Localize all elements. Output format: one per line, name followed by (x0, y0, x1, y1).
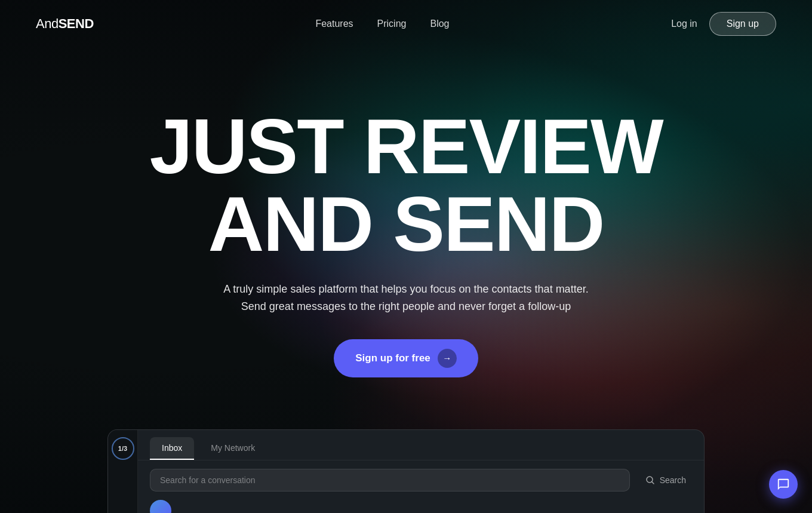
app-main: Inbox My Network Search for a conversati… (138, 430, 704, 513)
chat-support-button[interactable] (769, 470, 798, 499)
nav-right: Log in Sign up (671, 12, 776, 36)
app-preview: 1/3 Inbox My Network Search for a conver… (107, 429, 705, 513)
chat-icon (777, 478, 790, 491)
app-sidebar: 1/3 (108, 430, 138, 513)
nav-center: Features Pricing Blog (315, 19, 449, 29)
cta-label: Sign up for free (355, 352, 430, 364)
app-content-row: Search for a conversation Search (138, 460, 704, 500)
svg-line-1 (652, 482, 654, 484)
hero-title-line1: JUST REVIEW (149, 103, 662, 190)
app-tab-network[interactable]: My Network (199, 437, 267, 460)
logo-send: SEND (59, 16, 94, 31)
cta-arrow-icon: → (438, 349, 457, 368)
app-search-action[interactable]: Search (639, 475, 692, 485)
nav-link-features[interactable]: Features (315, 19, 353, 29)
app-tabs: Inbox My Network (138, 430, 704, 460)
app-tab-inbox[interactable]: Inbox (150, 437, 194, 460)
nav-link-pricing[interactable]: Pricing (377, 19, 407, 29)
app-search-bar[interactable]: Search for a conversation (150, 469, 630, 492)
avatar (150, 500, 171, 513)
search-action-label: Search (660, 475, 686, 485)
hero-title: JUST REVIEW AND SEND (149, 107, 662, 263)
app-search-placeholder: Search for a conversation (160, 475, 256, 485)
cta-button[interactable]: Sign up for free → (334, 339, 478, 377)
navbar: AndSEND Features Pricing Blog Log in Sig… (0, 0, 812, 48)
app-counter: 1/3 (112, 437, 134, 460)
hero-subtitle: A truly simple sales platform that helps… (223, 281, 588, 315)
login-button[interactable]: Log in (671, 19, 697, 29)
hero-section: JUST REVIEW AND SEND A truly simple sale… (0, 48, 812, 377)
signup-button[interactable]: Sign up (709, 12, 776, 36)
logo[interactable]: AndSEND (36, 16, 94, 32)
app-avatar-row (138, 500, 704, 513)
hero-subtitle-line2: Send great messages to the right people … (241, 300, 571, 312)
hero-subtitle-line1: A truly simple sales platform that helps… (223, 283, 588, 295)
search-icon (645, 475, 655, 485)
logo-text: AndSEND (36, 16, 94, 32)
hero-title-line2: AND SEND (208, 180, 604, 268)
logo-and: And (36, 16, 59, 31)
nav-link-blog[interactable]: Blog (430, 19, 449, 29)
